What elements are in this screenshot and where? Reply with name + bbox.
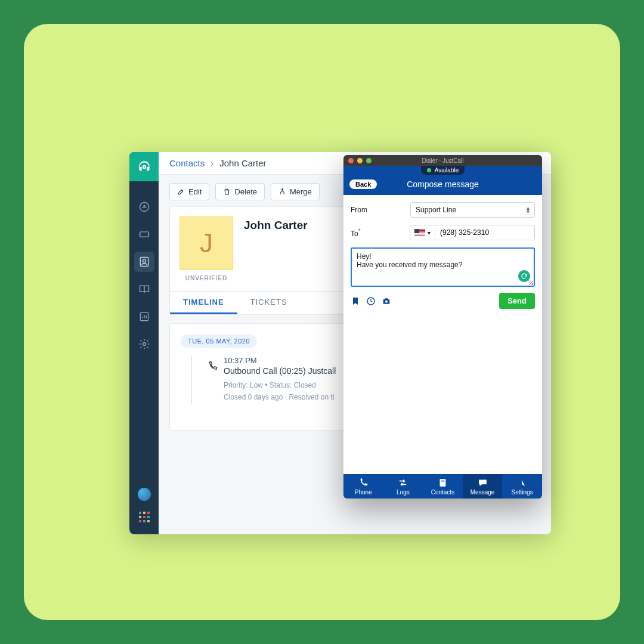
app-logo	[129, 152, 159, 181]
phone-icon	[202, 356, 224, 404]
verification-status: UNVERIFIED	[185, 275, 228, 281]
phone-nav-icon	[358, 478, 369, 488]
message-text: Hey! Have you received my message?	[357, 252, 462, 269]
sidebar-knowledge[interactable]	[134, 279, 154, 299]
logs-nav-icon	[398, 478, 408, 488]
svg-point-0	[143, 165, 145, 168]
contacts-nav-icon	[438, 478, 448, 488]
dialer-screen-title: Compose message	[407, 179, 479, 189]
phone-input[interactable]	[435, 225, 534, 240]
svg-rect-4	[140, 258, 148, 267]
to-field: ▾	[410, 225, 535, 240]
from-label: From	[351, 206, 410, 214]
availability-pill[interactable]: Available	[421, 166, 465, 175]
app-switcher-icon[interactable]	[139, 512, 150, 522]
dialer-bottom-nav: Phone Logs Contacts Message Settings	[343, 474, 542, 499]
dialer-header: Back Compose message	[343, 175, 542, 195]
camera-icon[interactable]	[382, 296, 391, 306]
breadcrumb-root[interactable]: Contacts	[169, 158, 205, 168]
send-button[interactable]: Send	[499, 293, 535, 309]
svg-point-5	[143, 259, 145, 262]
background-card: Contacts › John Carter Edit Delete Merge…	[24, 24, 620, 620]
svg-point-9	[385, 300, 388, 302]
svg-point-7	[143, 343, 145, 346]
nav-phone[interactable]: Phone	[343, 474, 383, 499]
status-dot-icon	[427, 168, 431, 172]
to-label: To*	[351, 228, 410, 238]
window-controls[interactable]	[348, 158, 371, 163]
tab-tickets[interactable]: TICKETS	[237, 292, 301, 314]
resize-handle-icon[interactable]	[528, 280, 533, 285]
sidebar-settings[interactable]	[134, 334, 154, 354]
svg-point-2	[144, 206, 145, 207]
breadcrumb-current: John Carter	[219, 158, 266, 168]
back-button[interactable]: Back	[349, 179, 377, 189]
clock-icon[interactable]	[366, 296, 376, 306]
edit-button[interactable]: Edit	[169, 183, 209, 200]
nav-settings[interactable]: Settings	[502, 474, 542, 499]
trash-icon	[223, 188, 231, 196]
sidebar-reports[interactable]	[134, 306, 154, 327]
nav-message[interactable]: Message	[463, 474, 503, 499]
sidebar-dashboard[interactable]	[134, 197, 154, 217]
us-flag-icon	[414, 229, 425, 236]
nav-contacts[interactable]: Contacts	[423, 474, 463, 499]
select-arrows-icon: ▴▾	[527, 206, 530, 213]
breadcrumb-separator: ›	[210, 158, 213, 168]
settings-nav-icon	[517, 478, 527, 488]
user-avatar[interactable]	[138, 488, 151, 501]
nav-logs[interactable]: Logs	[383, 474, 423, 499]
dialer-window-title: Dialer · JustCall	[422, 157, 463, 164]
bookmark-icon[interactable]	[351, 296, 360, 306]
dialer-titlebar: Dialer · JustCall	[343, 155, 542, 166]
delete-button[interactable]: Delete	[215, 183, 265, 200]
message-textarea[interactable]: Hey! Have you received my message?	[351, 247, 535, 287]
sidebar	[129, 152, 159, 534]
merge-icon	[278, 188, 286, 196]
timeline-date-chip: TUE, 05 MAY, 2020	[181, 335, 257, 348]
from-select[interactable]: Support Line ▴▾	[410, 202, 535, 218]
svg-rect-3	[140, 232, 148, 237]
dialer-window: Dialer · JustCall Available Back Compose…	[343, 155, 542, 499]
tab-timeline[interactable]: TIMELINE	[170, 292, 237, 314]
country-code-dropdown[interactable]: ▾	[410, 227, 435, 239]
contact-name: John Carter	[244, 216, 308, 281]
message-nav-icon	[478, 478, 488, 488]
sidebar-tickets[interactable]	[134, 224, 154, 244]
edit-icon	[177, 188, 185, 196]
contact-avatar: J	[179, 216, 233, 270]
sidebar-contacts[interactable]	[134, 252, 154, 272]
svg-rect-10	[440, 479, 446, 487]
merge-button[interactable]: Merge	[271, 183, 320, 200]
svg-rect-11	[441, 481, 445, 481]
